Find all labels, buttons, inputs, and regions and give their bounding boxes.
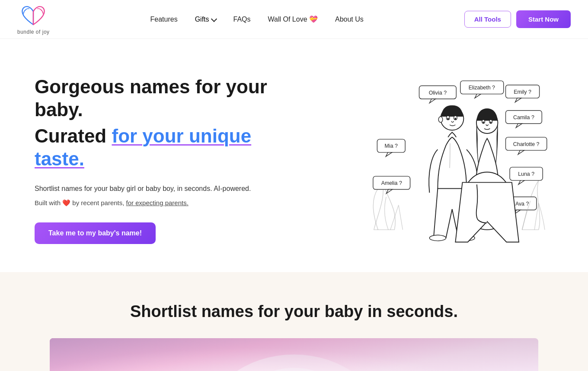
baby-names-illustration: Olivia ? Elizabeth ? Emily ? Camila ? Ch… xyxy=(363,73,553,246)
nav-link-gifts: Gifts xyxy=(195,16,209,23)
nav-link-about-us[interactable]: About Us xyxy=(335,16,364,23)
chevron-down-icon xyxy=(211,16,217,22)
logo-icon xyxy=(19,4,47,28)
nav-item-gifts[interactable]: Gifts xyxy=(195,16,216,23)
hero-description: Shortlist names for your baby girl or ba… xyxy=(35,184,268,194)
shortlist-heading: Shortlist names for your baby in seconds… xyxy=(17,302,571,321)
hero-curated-prefix: Curated xyxy=(35,125,112,146)
nav-item-faqs[interactable]: FAQs xyxy=(233,16,251,23)
hero-built-prefix: Built with ❤️ by recent parents, xyxy=(35,199,124,206)
svg-text:Elizabeth ?: Elizabeth ? xyxy=(469,85,495,91)
photo-overlay xyxy=(50,338,538,371)
nav-links: Features Gifts FAQs Wall Of Love 💝 About… xyxy=(150,15,364,23)
svg-text:Ava ?: Ava ? xyxy=(515,201,529,207)
hero-title-line1: Gorgeous names for your baby. xyxy=(35,76,268,121)
svg-point-24 xyxy=(429,235,446,241)
nav-actions: All Tools Start Now xyxy=(464,10,571,28)
hero-built-text: Built with ❤️ by recent parents, for exp… xyxy=(35,199,268,207)
cta-button[interactable]: Take me to my baby's name! xyxy=(35,222,156,244)
svg-point-30 xyxy=(490,121,492,123)
svg-text:Mia ?: Mia ? xyxy=(385,143,398,149)
gifts-dropdown[interactable]: Gifts xyxy=(195,16,216,23)
shortlist-photo xyxy=(50,338,538,371)
svg-text:Luna ?: Luna ? xyxy=(518,171,534,177)
hero-content: Gorgeous names for your baby. Curated fo… xyxy=(35,76,268,244)
svg-text:Olivia ?: Olivia ? xyxy=(429,90,447,96)
svg-point-22 xyxy=(447,117,449,120)
logo-text: bundle of joy xyxy=(17,29,50,35)
nav-item-wall-of-love[interactable]: Wall Of Love 💝 xyxy=(268,15,318,23)
hero-illustration: Olivia ? Elizabeth ? Emily ? Camila ? Ch… xyxy=(363,73,553,246)
shortlist-section: Shortlist names for your baby in seconds… xyxy=(0,272,588,371)
hero-section: Gorgeous names for your baby. Curated fo… xyxy=(0,39,588,272)
svg-text:Amelia ?: Amelia ? xyxy=(381,180,402,186)
svg-text:Camila ?: Camila ? xyxy=(513,114,534,120)
start-now-button[interactable]: Start Now xyxy=(516,10,571,28)
nav-link-wall-of-love[interactable]: Wall Of Love 💝 xyxy=(268,16,318,23)
svg-point-29 xyxy=(483,121,484,123)
hero-title-line2: Curated for your unique taste. xyxy=(35,125,268,171)
nav-link-faqs[interactable]: FAQs xyxy=(233,16,251,23)
svg-point-19 xyxy=(438,117,443,122)
nav-item-features[interactable]: Features xyxy=(150,16,178,23)
all-tools-button[interactable]: All Tools xyxy=(464,11,511,28)
svg-point-23 xyxy=(454,117,456,120)
navbar: bundle of joy Features Gifts FAQs Wall O… xyxy=(0,0,588,39)
logo[interactable]: bundle of joy xyxy=(17,4,50,35)
nav-link-features[interactable]: Features xyxy=(150,16,178,23)
svg-text:Charlotte ?: Charlotte ? xyxy=(513,141,540,147)
hero-built-link[interactable]: for expecting parents. xyxy=(126,199,189,206)
nav-item-about-us[interactable]: About Us xyxy=(335,16,364,23)
svg-text:Emily ?: Emily ? xyxy=(514,89,531,95)
